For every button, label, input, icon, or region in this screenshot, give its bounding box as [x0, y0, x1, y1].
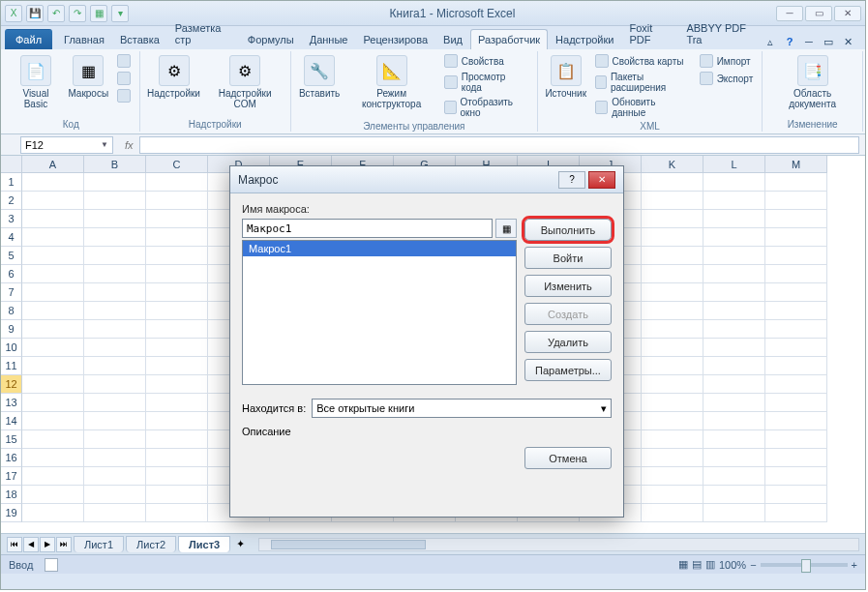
save-icon[interactable]: 💾 — [26, 5, 44, 22]
cell[interactable] — [22, 430, 84, 449]
cell[interactable] — [765, 486, 827, 504]
export-item[interactable]: Экспорт — [697, 71, 757, 86]
macro-name-refedit-icon[interactable]: ▦ — [495, 219, 517, 238]
cell[interactable] — [146, 357, 208, 375]
cell[interactable] — [22, 265, 84, 283]
help-icon[interactable]: ? — [782, 34, 797, 49]
cell[interactable] — [146, 412, 208, 430]
dialog-help-button[interactable]: ? — [558, 171, 585, 189]
visual-basic-button[interactable]: 📄Visual Basic — [9, 53, 63, 111]
cell[interactable] — [84, 375, 146, 394]
cell[interactable] — [765, 283, 827, 302]
cell[interactable] — [84, 486, 146, 504]
view-layout-icon[interactable]: ▤ — [692, 558, 702, 571]
cell[interactable] — [84, 339, 146, 357]
minimize-ribbon-icon[interactable]: ▵ — [763, 34, 778, 49]
redo-icon[interactable]: ↷ — [69, 5, 86, 22]
cell[interactable] — [22, 320, 84, 339]
cell[interactable] — [84, 320, 146, 339]
zoom-slider[interactable] — [761, 563, 848, 567]
cell[interactable] — [703, 412, 765, 430]
row-header[interactable]: 14 — [1, 412, 22, 430]
cell[interactable] — [84, 412, 146, 430]
macro-list[interactable]: Макрос1 — [242, 240, 517, 385]
cell[interactable] — [22, 210, 84, 228]
cell[interactable] — [642, 173, 703, 192]
run-dialog-item[interactable]: Отобразить окно — [441, 96, 531, 119]
cell[interactable] — [765, 467, 827, 486]
cell[interactable] — [84, 504, 146, 522]
cell[interactable] — [146, 320, 208, 339]
insert-control-button[interactable]: 🔧Вставить — [297, 53, 343, 101]
cell[interactable] — [146, 467, 208, 486]
row-header[interactable]: 1 — [1, 173, 22, 192]
cell[interactable] — [703, 302, 765, 320]
column-header[interactable]: M — [765, 156, 827, 172]
tab-foxit[interactable]: Foxit PDF — [621, 17, 678, 49]
cell[interactable] — [84, 430, 146, 449]
location-select[interactable]: Все открытые книги ▾ — [312, 399, 612, 418]
cell[interactable] — [765, 210, 827, 228]
cell[interactable] — [22, 247, 84, 265]
cell[interactable] — [146, 265, 208, 283]
cell[interactable] — [765, 173, 827, 192]
view-normal-icon[interactable]: ▦ — [678, 558, 688, 571]
source-button[interactable]: 📋Источник — [544, 53, 588, 101]
tab-home[interactable]: Главная — [56, 29, 112, 49]
cell[interactable] — [765, 302, 827, 320]
cell[interactable] — [642, 430, 703, 449]
cell[interactable] — [765, 449, 827, 467]
cell[interactable] — [22, 449, 84, 467]
cell[interactable] — [642, 394, 703, 412]
cell[interactable] — [22, 339, 84, 357]
row-header[interactable]: 17 — [1, 467, 22, 486]
cell[interactable] — [146, 283, 208, 302]
cell[interactable] — [642, 247, 703, 265]
cell[interactable] — [84, 265, 146, 283]
cell[interactable] — [146, 504, 208, 522]
cell[interactable] — [642, 412, 703, 430]
cell[interactable] — [22, 283, 84, 302]
cancel-button[interactable]: Отмена — [524, 447, 612, 469]
row-header[interactable]: 18 — [1, 486, 22, 504]
cell[interactable] — [22, 302, 84, 320]
minimize-button[interactable]: ─ — [776, 6, 803, 21]
cell[interactable] — [146, 449, 208, 467]
cell[interactable] — [703, 265, 765, 283]
cell[interactable] — [765, 320, 827, 339]
expansion-packs-item[interactable]: Пакеты расширения — [592, 71, 693, 94]
row-header[interactable]: 15 — [1, 430, 22, 449]
cell[interactable] — [22, 412, 84, 430]
dialog-close-button[interactable]: ✕ — [588, 171, 615, 189]
cell[interactable] — [703, 283, 765, 302]
cell[interactable] — [703, 486, 765, 504]
cell[interactable] — [765, 375, 827, 394]
cell[interactable] — [84, 467, 146, 486]
cell[interactable] — [146, 228, 208, 247]
design-mode-button[interactable]: 📐Режим конструктора — [345, 53, 436, 111]
cell[interactable] — [642, 320, 703, 339]
column-header[interactable]: L — [703, 156, 765, 172]
cell[interactable] — [22, 173, 84, 192]
run-button[interactable]: Выполнить — [524, 219, 612, 241]
cell[interactable] — [22, 394, 84, 412]
record-macro-item[interactable] — [114, 53, 134, 69]
cell[interactable] — [765, 247, 827, 265]
cell[interactable] — [146, 430, 208, 449]
cell[interactable] — [146, 302, 208, 320]
cell[interactable] — [703, 394, 765, 412]
cell[interactable] — [703, 228, 765, 247]
cell[interactable] — [642, 486, 703, 504]
cell[interactable] — [765, 504, 827, 522]
sheet-tab-3[interactable]: Лист3 — [178, 536, 230, 552]
cell[interactable] — [84, 357, 146, 375]
macro-list-item[interactable]: Макрос1 — [243, 241, 516, 256]
row-header[interactable]: 9 — [1, 320, 22, 339]
doc-close-icon[interactable]: ✕ — [840, 34, 855, 49]
doc-restore-icon[interactable]: ▭ — [821, 34, 836, 49]
cell[interactable] — [84, 192, 146, 210]
view-code-item[interactable]: Просмотр кода — [441, 71, 531, 94]
cell[interactable] — [84, 173, 146, 192]
cell[interactable] — [22, 486, 84, 504]
cell[interactable] — [22, 357, 84, 375]
